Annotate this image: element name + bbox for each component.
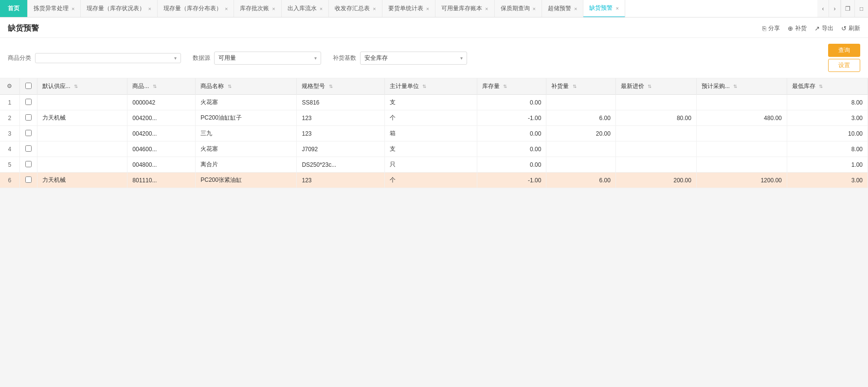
row-checkbox-5[interactable] [25,176,32,183]
tab-close-available-ledger[interactable]: × [485,6,488,12]
td-est-purchase-0 [696,95,787,110]
td-supplier-0 [37,95,127,110]
product-name-sort-icon[interactable]: ⇅ [228,84,232,89]
min-stock-sort-icon[interactable]: ⇅ [819,84,823,89]
td-check-1 [19,110,37,126]
td-supplier-5: 力天机械 [37,173,127,188]
td-product-code-5: 801110... [127,173,196,188]
tab-maximize-btn[interactable]: □ [854,0,868,18]
th-latest-price: 最新进价 ⇅ [615,78,696,95]
tab-order-stats[interactable]: 要货单统计表× [382,0,435,18]
td-check-3 [19,141,37,157]
tab-close-order-stats[interactable]: × [426,6,429,12]
td-min-stock-3: 8.00 [787,141,868,157]
td-stock-5: -1.00 [477,173,546,188]
tab-close-inventory-dist[interactable]: × [225,6,228,12]
unit-sort-icon[interactable]: ⇅ [422,84,426,89]
row-checkbox-3[interactable] [25,145,32,152]
td-est-purchase-1: 480.00 [696,110,787,126]
tab-home-label: 首页 [8,4,19,13]
tab-inout-flow[interactable]: 出入库流水× [282,0,329,18]
td-min-stock-1: 3.00 [787,110,868,126]
table-row: 3 004200... 三九 123 箱 0.00 20.00 10.00 [0,126,868,141]
td-spec-3: J7092 [297,141,385,157]
td-product-name-2: 三九 [196,126,297,141]
tab-close-expiry-query[interactable]: × [533,6,536,12]
replenish-sort-icon[interactable]: ⇅ [573,84,577,89]
replenish-base-filter-group: 补货基数 安全库存 ▾ [333,52,467,65]
td-product-name-0: 火花塞 [196,95,297,110]
th-check [19,78,37,95]
datasource-filter-group: 数据源 可用量 ▾ [193,52,321,65]
td-product-name-1: PC200油缸缸子 [196,110,297,126]
tab-close-shortage[interactable]: × [615,5,618,11]
tab-close-overstock[interactable]: × [574,6,577,12]
tab-next-btn[interactable]: › [829,0,841,18]
td-product-code-1: 004200... [127,110,196,126]
tab-inventory-status[interactable]: 现存量（库存状况表）× [81,0,157,18]
td-spec-2: 123 [297,126,385,141]
tab-expiry-query[interactable]: 保质期查询× [495,0,542,18]
spec-sort-icon[interactable]: ⇅ [329,84,333,89]
replenish-base-select[interactable]: 安全库存 ▾ [360,52,467,65]
tab-batch-account[interactable]: 库存批次账× [234,0,281,18]
page-content: 缺货预警 ⎘ 分享 ⊕ 补货 ↗ 导出 ↺ 刷新 商品分类 [0,18,868,188]
tab-overstock[interactable]: 超储预警× [542,0,583,18]
tab-label-inventory-dist: 现存量（库存分布表） [163,4,222,13]
td-unit-1: 个 [385,110,477,126]
settings-button[interactable]: 设置 [828,59,860,72]
tab-exception[interactable]: 拣货异常处理× [28,0,81,18]
tab-inventory-dist[interactable]: 现存量（库存分布表）× [158,0,234,18]
tab-close-inout-flow[interactable]: × [320,6,323,12]
latest-price-sort-icon[interactable]: ⇅ [648,84,651,89]
tab-close-exception[interactable]: × [72,6,74,12]
share-action[interactable]: ⎘ 分享 [762,24,780,33]
header-actions: ⎘ 分享 ⊕ 补货 ↗ 导出 ↺ 刷新 [762,24,860,33]
td-est-purchase-5: 1200.00 [696,173,787,188]
data-table: ⚙ 默认供应... ⇅ 商品... ⇅ 商品名称 ⇅ [0,78,868,188]
tab-receive-summary[interactable]: 收发存汇总表× [329,0,382,18]
td-stock-3: 0.00 [477,141,546,157]
tab-close-receive-summary[interactable]: × [373,6,376,12]
tab-close-inventory-status[interactable]: × [148,6,151,12]
row-checkbox-1[interactable] [25,114,32,121]
td-rownum-0: 1 [0,95,19,110]
td-stock-2: 0.00 [477,126,546,141]
settings-gear-icon[interactable]: ⚙ [6,83,14,90]
supplier-sort-icon[interactable]: ⇅ [74,84,78,89]
replenish-action[interactable]: ⊕ 补货 [788,24,807,33]
replenish-base-select-value: 安全库存 [364,54,388,62]
select-all-checkbox[interactable] [25,83,32,89]
tab-label-inventory-status: 现存量（库存状况表） [87,4,145,13]
product-code-sort-icon[interactable]: ⇅ [153,84,157,89]
tab-prev-btn[interactable]: ‹ [817,0,829,18]
table-row: 2 力天机械 004200... PC200油缸缸子 123 个 -1.00 6… [0,110,868,126]
share-label: 分享 [768,24,780,33]
refresh-icon: ↺ [841,25,847,32]
table-row: 4 004600... 火花塞 J7092 支 0.00 8.00 [0,141,868,157]
row-checkbox-4[interactable] [25,161,32,167]
stock-sort-icon[interactable]: ⇅ [503,84,507,89]
td-replenish-1: 6.00 [546,110,615,126]
category-select[interactable]: ▾ [35,53,181,63]
row-checkbox-0[interactable] [25,99,32,105]
tab-available-ledger[interactable]: 可用量库存账本× [435,0,494,18]
td-product-name-4: 离合片 [196,157,297,173]
right-arrow-icon: › [834,5,836,12]
est-purchase-sort-icon[interactable]: ⇅ [733,84,737,89]
td-min-stock-2: 10.00 [787,126,868,141]
category-select-arrow: ▾ [174,55,177,61]
row-checkbox-2[interactable] [25,130,32,136]
tab-close-batch-account[interactable]: × [272,6,275,12]
td-check-0 [19,95,37,110]
tab-shortage[interactable]: 缺货预警× [583,0,625,18]
tab-bar: 首页 拣货异常处理×现存量（库存状况表）×现存量（库存分布表）×库存批次账×出入… [0,0,868,18]
query-button[interactable]: 查询 [828,44,860,57]
table-row: 5 004800... 离合片 DS250*23c... 只 0.00 1.00 [0,157,868,173]
datasource-select[interactable]: 可用量 ▾ [214,52,321,65]
export-action[interactable]: ↗ 导出 [814,24,833,33]
td-latest-price-1: 80.00 [615,110,696,126]
tab-home[interactable]: 首页 [0,0,28,18]
tab-restore-btn[interactable]: ❐ [841,0,854,18]
refresh-action[interactable]: ↺ 刷新 [841,24,860,33]
